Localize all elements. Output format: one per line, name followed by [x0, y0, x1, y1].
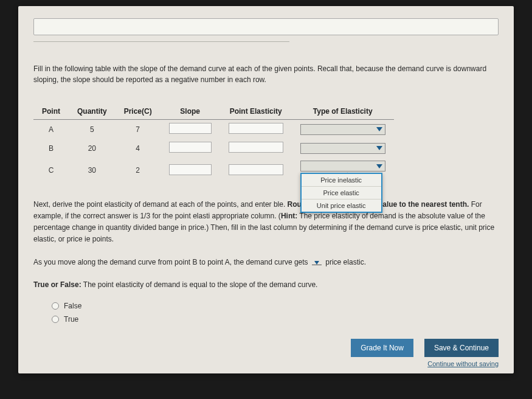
type-select-b[interactable]	[300, 143, 385, 154]
cell-price: 4	[116, 139, 161, 158]
cell-price: 2	[116, 158, 161, 184]
answer-input-top[interactable]	[33, 18, 499, 35]
chevron-down-icon	[376, 127, 382, 131]
radio-icon	[52, 316, 59, 323]
chevron-down-icon	[376, 146, 382, 150]
true-false-prompt: True or False: The point elasticity of d…	[33, 279, 499, 291]
col-slope: Slope	[161, 103, 220, 120]
elasticity-input-a[interactable]	[229, 123, 283, 134]
radio-icon	[52, 302, 59, 310]
elasticity-table: Point Quantity Price(C) Slope Point Elas…	[33, 103, 394, 184]
elasticity-instruction: Next, derive the point elasticity of dem…	[33, 199, 499, 246]
tf-label: True	[64, 315, 78, 324]
grade-button[interactable]: Grade It Now	[351, 339, 413, 357]
slope-input-c[interactable]	[169, 164, 212, 175]
type-select-a[interactable]	[300, 124, 385, 135]
true-false-group: False True	[52, 302, 499, 324]
assignment-page: Fill in the following table with the slo…	[18, 6, 514, 373]
col-point: Point	[33, 103, 69, 120]
direction-select[interactable]	[312, 261, 322, 265]
cell-quantity: 30	[69, 158, 116, 184]
table-row: C 30 2 Price inelastic Price elastic	[33, 158, 394, 184]
slope-input-a[interactable]	[169, 123, 212, 134]
table-row: B 20 4	[33, 139, 394, 158]
table-row: A 5 7	[33, 120, 394, 139]
chevron-down-icon	[314, 261, 319, 265]
movement-question: As you move along the demand curve from …	[33, 257, 499, 268]
tf-option-false[interactable]: False	[52, 302, 499, 310]
chevron-down-icon	[376, 164, 382, 168]
cell-point: B	[33, 139, 69, 158]
slope-input-b[interactable]	[169, 142, 212, 153]
dropdown-option[interactable]: Price inelastic	[302, 174, 381, 187]
action-buttons: Grade It Now Save & Continue	[33, 339, 499, 357]
cell-point: A	[33, 120, 69, 139]
col-quantity: Quantity	[69, 103, 116, 120]
col-type-elasticity: Type of Elasticity	[292, 103, 394, 120]
type-dropdown-menu: Price inelastic Price elastic Unit price…	[300, 173, 382, 213]
elasticity-input-b[interactable]	[229, 142, 283, 153]
cell-quantity: 5	[69, 120, 116, 139]
cell-point: C	[33, 158, 69, 184]
section-divider	[33, 41, 289, 42]
type-select-c[interactable]	[300, 161, 385, 172]
col-point-elasticity: Point Elasticity	[220, 103, 292, 120]
continue-without-saving-link[interactable]: Continue without saving	[33, 360, 499, 367]
cell-quantity: 20	[69, 139, 116, 158]
cell-price: 7	[116, 120, 161, 139]
col-price: Price(C)	[116, 103, 161, 120]
dropdown-option[interactable]: Unit price elastic	[302, 200, 381, 212]
instruction-text: Fill in the following table with the slo…	[33, 63, 499, 85]
dropdown-option[interactable]: Price elastic	[302, 187, 381, 200]
elasticity-input-c[interactable]	[229, 164, 283, 175]
tf-option-true[interactable]: True	[52, 315, 499, 324]
save-continue-button[interactable]: Save & Continue	[424, 339, 499, 357]
tf-label: False	[64, 302, 81, 310]
